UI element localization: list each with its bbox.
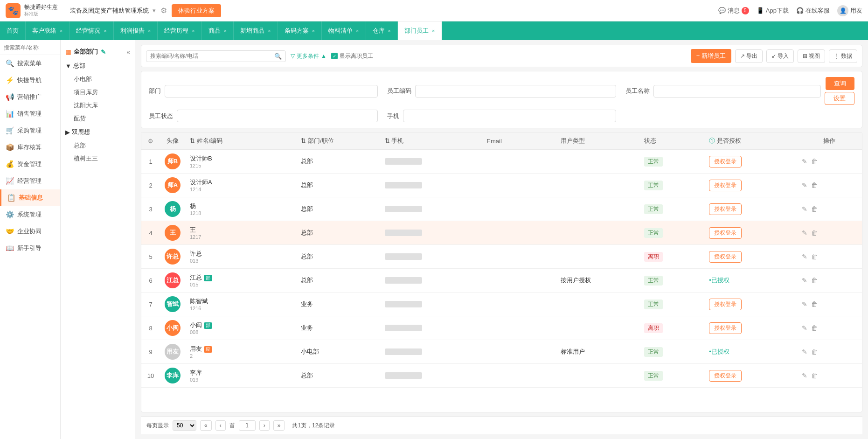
- authorize-button[interactable]: 授权登录: [709, 370, 742, 382]
- th-dept[interactable]: ⇅ 部门/职位: [296, 132, 380, 150]
- dept-item-zhishu[interactable]: 植树王三: [61, 152, 135, 165]
- dept-item-shenyang[interactable]: 沈阳大库: [61, 99, 135, 112]
- delete-icon[interactable]: 🗑: [811, 158, 818, 165]
- nav-tab-经营情况[interactable]: 经营情况×: [69, 21, 113, 40]
- nav-tab-部门员工[interactable]: 部门员工×: [398, 21, 442, 40]
- dropdown-arrow-icon[interactable]: ▾: [153, 7, 156, 14]
- user-btn[interactable]: 👤 用友: [837, 5, 862, 16]
- dept-group-general[interactable]: ▼ 总部: [61, 59, 135, 73]
- sidebar-item-搜索菜单[interactable]: 🔍 搜索菜单: [0, 55, 60, 72]
- dept-tree-edit-icon[interactable]: ✎: [101, 49, 106, 56]
- per-page-select[interactable]: 50 20 100: [173, 420, 196, 431]
- tab-close-icon[interactable]: ×: [60, 28, 62, 34]
- sidebar-item-系统管理[interactable]: ⚙️ 系统管理: [0, 206, 60, 223]
- dept-select[interactable]: [165, 85, 378, 98]
- nav-tab-利润报告[interactable]: 利润报告×: [114, 21, 158, 40]
- empcode-input[interactable]: [415, 85, 616, 98]
- edit-icon[interactable]: ✎: [802, 253, 807, 260]
- delete-icon[interactable]: 🗑: [811, 205, 818, 213]
- sidebar-item-基础信息[interactable]: 📋 基础信息: [0, 189, 60, 206]
- trial-button[interactable]: 体验行业方案: [172, 4, 221, 17]
- nav-tab-仓库[interactable]: 仓库×: [366, 21, 398, 40]
- dept-tree-collapse-icon[interactable]: «: [127, 49, 130, 56]
- sidebar-item-销售管理[interactable]: 📊 销售管理: [0, 105, 60, 122]
- edit-icon[interactable]: ✎: [802, 372, 807, 379]
- nav-tab-客户联络[interactable]: 客户联络×: [26, 21, 69, 40]
- tab-close-icon[interactable]: ×: [104, 28, 106, 34]
- nav-tab-经营历程[interactable]: 经营历程×: [158, 21, 201, 40]
- query-button[interactable]: 查询: [826, 77, 854, 90]
- edit-icon[interactable]: ✎: [802, 205, 807, 213]
- authorize-button[interactable]: 授权登录: [709, 156, 742, 167]
- show-resigned-checkbox[interactable]: ✓: [331, 53, 338, 59]
- delete-icon[interactable]: 🗑: [811, 348, 818, 355]
- last-page-btn[interactable]: »: [273, 420, 285, 431]
- dept-item-peihuo[interactable]: 配货: [61, 112, 135, 125]
- set-button[interactable]: 设置: [825, 92, 854, 105]
- tab-close-icon[interactable]: ×: [148, 28, 151, 34]
- tab-close-icon[interactable]: ×: [268, 28, 271, 34]
- delete-icon[interactable]: 🗑: [811, 300, 818, 308]
- edit-icon[interactable]: ✎: [802, 324, 807, 332]
- sidebar-search-input[interactable]: [4, 44, 61, 51]
- delete-icon[interactable]: 🗑: [811, 372, 818, 379]
- th-settings[interactable]: ⚙: [141, 132, 160, 150]
- dept-item-xiangmu[interactable]: 项目库房: [61, 86, 135, 99]
- nav-tab-物料清单[interactable]: 物料清单×: [322, 21, 366, 40]
- prev-page-btn[interactable]: ‹: [215, 420, 226, 431]
- authorize-button[interactable]: 授权登录: [709, 227, 742, 239]
- more-data-button[interactable]: ⋮ 数据: [829, 49, 857, 63]
- nav-tab-条码方案[interactable]: 条码方案×: [278, 21, 322, 40]
- sidebar-item-资金管理[interactable]: 💰 资金管理: [0, 156, 60, 173]
- sidebar-item-企业协同[interactable]: 🤝 企业协同: [0, 223, 60, 240]
- phone-input[interactable]: [403, 110, 616, 122]
- sidebar-item-快捷导航[interactable]: ⚡ 快捷导航: [0, 72, 60, 89]
- page-number-input[interactable]: [239, 420, 256, 431]
- edit-icon[interactable]: ✎: [802, 300, 807, 308]
- sidebar-item-库存核算[interactable]: 📦 库存核算: [0, 139, 60, 156]
- dept-group-shuanglu[interactable]: ▶ 双鹿想: [61, 125, 135, 139]
- tab-close-icon[interactable]: ×: [388, 28, 391, 34]
- delete-icon[interactable]: 🗑: [811, 277, 818, 284]
- authorize-button[interactable]: 授权登录: [709, 322, 742, 334]
- sidebar-item-新手引导[interactable]: 📖 新手引导: [0, 240, 60, 257]
- sidebar-item-采购管理[interactable]: 🛒 采购管理: [0, 122, 60, 139]
- authorize-button[interactable]: 授权登录: [709, 251, 742, 263]
- first-page-btn[interactable]: «: [200, 420, 212, 431]
- delete-icon[interactable]: 🗑: [811, 253, 818, 260]
- edit-icon[interactable]: ✎: [802, 158, 807, 165]
- tab-close-icon[interactable]: ×: [224, 28, 227, 34]
- import-button[interactable]: ↙ 导入: [766, 49, 794, 63]
- export-button[interactable]: ↗ 导出: [735, 49, 763, 63]
- online-service-btn[interactable]: 🎧 在线客服: [796, 7, 830, 15]
- empname-input[interactable]: [653, 85, 821, 98]
- tab-close-icon[interactable]: ×: [192, 28, 194, 34]
- nav-tab-新增商品[interactable]: 新增商品×: [234, 21, 278, 40]
- message-btn[interactable]: 💬 消息 5: [718, 7, 749, 15]
- tab-close-icon[interactable]: ×: [432, 28, 435, 34]
- delete-icon[interactable]: 🗑: [811, 229, 818, 237]
- authorize-button[interactable]: 授权登录: [709, 180, 742, 191]
- add-employee-button[interactable]: + 新增员工: [691, 49, 731, 63]
- edit-icon[interactable]: ✎: [802, 181, 807, 189]
- more-filter-btn[interactable]: ▽ 更多条件 ▲: [291, 52, 326, 60]
- delete-icon[interactable]: 🗑: [811, 324, 818, 332]
- view-button[interactable]: ⊞ 视图: [798, 49, 825, 63]
- dept-item-zongbu[interactable]: 总部: [61, 139, 135, 152]
- delete-icon[interactable]: 🗑: [811, 181, 818, 189]
- tab-close-icon[interactable]: ×: [312, 28, 315, 34]
- authorize-button[interactable]: 授权登录: [709, 203, 742, 215]
- gear-btn[interactable]: ⚙: [160, 6, 167, 15]
- th-phone[interactable]: ⇅ 手机: [380, 132, 482, 150]
- nav-tab-首页[interactable]: 首页: [0, 21, 26, 40]
- nav-tab-商品[interactable]: 商品×: [202, 21, 234, 40]
- tab-close-icon[interactable]: ×: [356, 28, 359, 34]
- sidebar-item-经营管理[interactable]: 📈 经营管理: [0, 173, 60, 189]
- next-page-btn[interactable]: ›: [259, 420, 270, 431]
- authorize-button[interactable]: 授权登录: [709, 299, 742, 310]
- edit-icon[interactable]: ✎: [802, 229, 807, 237]
- edit-icon[interactable]: ✎: [802, 348, 807, 355]
- dept-item-xiaodian[interactable]: 小电部: [61, 73, 135, 86]
- sidebar-item-营销推广[interactable]: 📢 营销推广: [0, 89, 60, 105]
- th-name[interactable]: ⇅ 姓名/编码: [185, 132, 296, 150]
